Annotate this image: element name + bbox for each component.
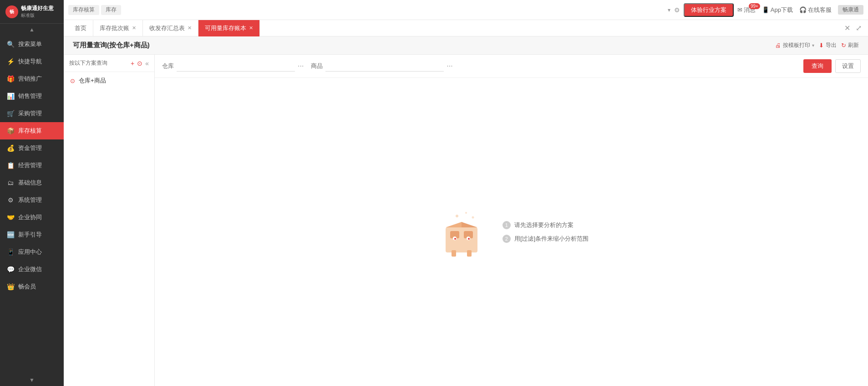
content-area: 按以下方案查询 + ⊙ « ⊙ 仓库+商品 仓库 ··· (64, 55, 868, 386)
tab-bar: 首页库存批次账✕收发存汇总表✕可用量库存账本✕ ✕ ⤢ (64, 20, 868, 36)
sidebar-label-newbie: 新手引导 (18, 231, 57, 239)
scheme-item-仓库+商品[interactable]: ⊙ 仓库+商品 (64, 72, 154, 89)
app-download-button[interactable]: 📱 App下载 (762, 6, 793, 14)
sidebar-item-operations[interactable]: 📋 经营管理 (0, 157, 64, 174)
tab-close-batch-account[interactable]: ✕ (132, 25, 136, 31)
scheme-list: ⊙ 仓库+商品 (64, 72, 154, 89)
topbar-gear-icon[interactable]: ⚙ (674, 6, 680, 14)
tab-batch-account[interactable]: 库存批次账✕ (93, 20, 143, 36)
sidebar-label-sales: 销售管理 (18, 92, 57, 100)
product-input[interactable] (325, 61, 444, 72)
sidebar-scroll-up[interactable]: ▲ (0, 24, 64, 36)
product-more-icon[interactable]: ··· (447, 62, 452, 70)
settings-scheme-button[interactable]: ⊙ (137, 60, 142, 67)
notifications-button[interactable]: ✉ 消息 99+ (737, 6, 756, 14)
print-icon: 🖨 (775, 42, 781, 49)
sidebar-item-purchase[interactable]: 🛒 采购管理 (0, 105, 64, 122)
sidebar-nav: 🔍 搜索菜单 ⚡ 快捷导航 🎁 营销推广 📊 销售管理 🛒 采购管理 📦 库存核… (0, 36, 64, 374)
scheme-label: 仓库+商品 (79, 77, 106, 85)
scheme-icon: ⊙ (70, 77, 75, 84)
sidebar-item-apps[interactable]: 📱 应用中心 (0, 243, 64, 261)
sidebar-label-apps: 应用中心 (18, 248, 57, 256)
sidebar-item-search[interactable]: 🔍 搜索菜单 (0, 36, 64, 53)
print-button[interactable]: 🖨 按模板打印 ▾ (775, 41, 814, 49)
sidebar-label-enterprise: 企业协同 (18, 213, 57, 221)
tab-label-available-ledger: 可用量库存账本 (205, 24, 246, 32)
sidebar-icon-apps: 📱 (6, 248, 15, 256)
tab-close-available-ledger[interactable]: ✕ (249, 25, 253, 31)
user-avatar[interactable]: 畅康通 (838, 5, 863, 15)
sidebar-label-marketing: 营销推广 (18, 75, 57, 83)
refresh-icon: ↻ (841, 42, 846, 49)
sidebar-item-inventory[interactable]: 📦 库存核算 (0, 122, 64, 139)
product-filter: 商品 ··· (311, 61, 452, 72)
sidebar-icon-marketing: 🎁 (6, 75, 15, 82)
sidebar-icon-member: 👑 (6, 283, 15, 290)
empty-step-1: 1 请先选择要分析的方案 (503, 221, 589, 229)
breadcrumb-dropdown-icon[interactable]: ▾ (668, 7, 670, 13)
sidebar-label-shortcut: 快捷导航 (18, 57, 57, 66)
filter-bar: 仓库 ··· 商品 ··· 查询 设置 (155, 55, 868, 78)
sidebar-item-basic[interactable]: 🗂 基础信息 (0, 174, 64, 191)
sidebar-item-system[interactable]: ⚙ 系统管理 (0, 191, 64, 209)
sidebar-item-finance[interactable]: 💰 资金管理 (0, 139, 64, 157)
close-window-button[interactable]: ✕ (843, 24, 852, 32)
refresh-button[interactable]: ↻ 刷新 (841, 41, 859, 49)
sidebar-icon-newbie: 🆕 (6, 231, 15, 238)
sidebar-item-enterprise[interactable]: 🤝 企业协同 (0, 209, 64, 226)
sidebar-item-newbie[interactable]: 🆕 新手引导 (0, 226, 64, 243)
topbar-right: ✉ 消息 99+ 📱 App下载 🎧 在线客服 畅康通 (737, 5, 863, 15)
warehouse-input[interactable] (177, 61, 295, 72)
message-icon: ✉ (737, 6, 742, 13)
sidebar-label-wechat: 企业微信 (18, 265, 57, 273)
tab-available-ledger[interactable]: 可用量库存账本✕ (198, 20, 260, 36)
svg-point-11 (456, 215, 458, 217)
filter-settings-button[interactable]: 设置 (835, 59, 861, 73)
svg-rect-0 (446, 227, 477, 252)
sidebar-item-marketing[interactable]: 🎁 营销推广 (0, 70, 64, 87)
sidebar-header: 畅 畅康通好生意 标准版 (0, 0, 64, 24)
sidebar-title-block: 畅康通好生意 标准版 (21, 5, 54, 19)
sidebar-item-shortcut[interactable]: ⚡ 快捷导航 (0, 53, 64, 70)
export-button[interactable]: ⬇ 导出 (819, 41, 837, 49)
breadcrumb-segment-1: 库存 (101, 5, 121, 15)
svg-marker-2 (462, 222, 477, 227)
svg-marker-1 (446, 222, 462, 227)
maximize-window-button[interactable]: ⤢ (854, 24, 863, 32)
sidebar-item-sales[interactable]: 📊 销售管理 (0, 87, 64, 105)
tab-home[interactable]: 首页 (68, 20, 93, 36)
tab-label-batch-account: 库存批次账 (100, 24, 129, 32)
headset-icon: 🎧 (799, 6, 807, 13)
sidebar-item-wechat[interactable]: 💬 企业微信 (0, 261, 64, 278)
online-service-button[interactable]: 🎧 在线客服 (799, 6, 832, 14)
tab-label-balance-summary: 收发存汇总表 (149, 24, 185, 32)
sidebar-scroll-down[interactable]: ▼ (0, 374, 64, 386)
empty-text: 1 请先选择要分析的方案 2 用[过滤]条件来缩小分析范围 (503, 221, 589, 243)
sidebar-label-basic: 基础信息 (18, 179, 57, 187)
sidebar-label-purchase: 采购管理 (18, 109, 57, 118)
promo-button[interactable]: 体验行业方案 (684, 3, 734, 17)
tab-window-actions: ✕ ⤢ (843, 24, 863, 32)
filter-actions: 查询 设置 (803, 59, 861, 73)
svg-point-7 (454, 238, 456, 240)
svg-point-12 (465, 212, 467, 214)
sidebar-label-inventory: 库存核算 (18, 127, 57, 135)
sidebar-label-finance: 资金管理 (18, 144, 57, 152)
query-button[interactable]: 查询 (803, 59, 832, 73)
sidebar-icon-enterprise: 🤝 (6, 214, 15, 221)
phone-icon: 📱 (762, 6, 769, 13)
collapse-panel-button[interactable]: « (145, 60, 149, 67)
warehouse-filter: 仓库 ··· (162, 61, 304, 72)
sidebar-icon-basic: 🗂 (6, 179, 15, 186)
svg-point-8 (468, 238, 470, 240)
sidebar-item-member[interactable]: 👑 畅会员 (0, 278, 64, 295)
tab-balance-summary[interactable]: 收发存汇总表✕ (143, 20, 198, 36)
tab-close-balance-summary[interactable]: ✕ (188, 25, 192, 31)
notification-badge: 99+ (749, 3, 760, 9)
warehouse-more-icon[interactable]: ··· (298, 62, 304, 70)
print-dropdown-icon[interactable]: ▾ (812, 43, 814, 48)
warehouse-label: 仓库 (162, 62, 174, 70)
add-scheme-button[interactable]: + (131, 60, 134, 67)
sidebar-icon-sales: 📊 (6, 93, 15, 100)
sidebar-title: 畅康通好生意 (21, 5, 54, 12)
